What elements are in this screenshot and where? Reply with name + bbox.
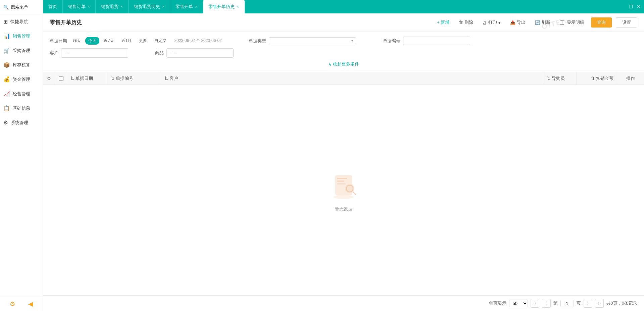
- tab-retail-history-close[interactable]: ×: [237, 4, 239, 9]
- display-detail-checkbox[interactable]: [560, 20, 564, 25]
- finance-icon: 💰: [3, 76, 10, 83]
- tab-bar: 首页 销售订单 × 销货退货 × 销货退货历史 × 零售开单 × 零售开单历史 …: [43, 0, 644, 13]
- sidebar-item-basic-info[interactable]: 📋 基础信息: [0, 101, 43, 115]
- quick-nav-icon: ⊞: [3, 18, 8, 25]
- svg-rect-3: [337, 180, 344, 182]
- filter-date: 单据日期 昨天 今天 近7天 近1月 更多 自定义 2023-06-02 至 2…: [50, 37, 222, 45]
- tab-sales-return-history-close[interactable]: ×: [162, 4, 164, 9]
- delete-button[interactable]: 🗑 删除: [456, 18, 476, 27]
- page-first-button[interactable]: ⟨⟨: [531, 299, 539, 308]
- sidebar-item-sys-mgmt[interactable]: ⚙ 系统管理: [0, 115, 43, 130]
- collapse-more-conditions[interactable]: ∧ 收起更多条件: [328, 61, 359, 67]
- date-btn-7days[interactable]: 近7天: [101, 37, 117, 45]
- inventory-icon: 📦: [3, 62, 10, 68]
- customer-select[interactable]: ···: [61, 48, 128, 58]
- settings-bottom-icon[interactable]: ⚙: [10, 300, 15, 308]
- add-button[interactable]: + 新增: [434, 18, 452, 27]
- customer-select-dots: ···: [65, 50, 70, 56]
- th-checkbox[interactable]: [55, 72, 67, 85]
- date-btn-more[interactable]: 更多: [136, 37, 150, 45]
- th-customer[interactable]: ⇅ 客户: [161, 72, 543, 85]
- page-title: 零售开单历史: [50, 19, 82, 26]
- tab-sales-return-history[interactable]: 销货退货历史 ×: [129, 0, 170, 13]
- tab-retail-open[interactable]: 零售开单 ×: [170, 0, 203, 13]
- sidebar-item-inventory[interactable]: 📦 库存核算: [0, 58, 43, 72]
- tab-home[interactable]: 首页: [43, 0, 63, 13]
- page-size-select[interactable]: 50 10 20 100: [509, 300, 528, 307]
- export-icon: 📤: [510, 20, 515, 25]
- sidebar-item-finance[interactable]: 💰 资金管理: [0, 72, 43, 87]
- tab-sales-order[interactable]: 销售订单 ×: [63, 0, 96, 13]
- th-customer-label: 客户: [169, 75, 178, 82]
- display-detail-toggle[interactable]: 显示明细: [557, 18, 587, 27]
- th-action: 操作: [617, 72, 644, 85]
- window-close-icon[interactable]: ✕: [637, 4, 641, 9]
- refresh-icon: 🔄: [535, 20, 540, 25]
- collapse-sidebar-icon[interactable]: ◀: [28, 300, 33, 308]
- sidebar-item-label: 基础信息: [13, 105, 30, 111]
- empty-state: 暂无数据: [43, 85, 644, 295]
- th-billno-sort-icon: ⇅: [111, 76, 114, 81]
- date-btn-yesterday[interactable]: 昨天: [70, 37, 84, 45]
- th-settings[interactable]: ⚙: [43, 72, 55, 85]
- product-select-dots: ···: [171, 50, 175, 56]
- tab-sales-return[interactable]: 销货退货 ×: [96, 0, 129, 13]
- th-customer-sort-icon: ⇅: [164, 76, 168, 81]
- bill-type-select[interactable]: ▾: [269, 37, 356, 44]
- page-prev-button[interactable]: ⟨: [542, 299, 551, 308]
- tab-home-label: 首页: [48, 4, 57, 10]
- sidebar-item-quick-nav[interactable]: ⊞ 快捷导航: [0, 14, 43, 29]
- sidebar-search[interactable]: 🔍 搜索采单: [0, 0, 43, 14]
- basic-info-icon: 📋: [3, 105, 10, 111]
- th-guide[interactable]: ⇅ 导购员: [543, 72, 577, 85]
- table-header: ⚙ ⇅ 单据日期 ⇅ 单据编号 ⇅ 客户 ⇅ 导购员 ⇅: [43, 72, 644, 85]
- page-last-button[interactable]: ⟩⟩: [595, 299, 604, 308]
- filter-customer: 客户 ···: [50, 48, 128, 58]
- product-select[interactable]: ···: [166, 48, 234, 58]
- refresh-label: 刷新: [542, 19, 550, 25]
- sidebar-item-ops-mgmt[interactable]: 📈 经营管理: [0, 87, 43, 101]
- th-amount[interactable]: ⇅ 实销金额: [577, 72, 617, 85]
- sidebar-item-purchase-mgmt[interactable]: 🛒 采购管理: [0, 43, 43, 58]
- bill-no-input[interactable]: [403, 37, 470, 45]
- query-button[interactable]: 查询: [591, 17, 612, 28]
- page-number-input[interactable]: [560, 300, 574, 307]
- svg-point-0: [334, 195, 354, 199]
- sidebar-item-sales-mgmt[interactable]: 📊 销售管理: [0, 29, 43, 43]
- sidebar-bottom: ⚙ ◀: [0, 297, 43, 311]
- page-label: 第: [553, 300, 558, 306]
- refresh-button[interactable]: 🔄 刷新: [532, 18, 553, 27]
- collapse-label: 收起更多条件: [333, 61, 359, 67]
- print-button[interactable]: 🖨 打印 ▾: [480, 18, 503, 27]
- print-icon: 🖨: [483, 20, 487, 25]
- sidebar-item-label: 快捷导航: [10, 19, 28, 25]
- sidebar-item-label: 经营管理: [13, 91, 30, 97]
- window-restore-icon[interactable]: ❐: [629, 4, 633, 9]
- th-billno[interactable]: ⇅ 单据编号: [107, 72, 161, 85]
- export-label: 导出: [517, 19, 526, 25]
- date-btn-1month[interactable]: 近1月: [118, 37, 135, 45]
- date-btn-today[interactable]: 今天: [85, 37, 99, 45]
- date-range-display: 2023-06-02 至 2023-06-02: [174, 38, 221, 44]
- filter-row-2: 客户 ··· 商品 ···: [50, 48, 637, 58]
- empty-state-text: 暂无数据: [335, 206, 352, 212]
- tab-retail-open-close[interactable]: ×: [195, 4, 197, 9]
- th-guide-sort-icon: ⇅: [547, 76, 550, 81]
- sidebar-item-label: 资金管理: [13, 76, 30, 83]
- tab-sales-return-label: 销货退货: [101, 4, 118, 10]
- th-guide-label: 导购员: [552, 75, 565, 82]
- filter-row-1: 单据日期 昨天 今天 近7天 近1月 更多 自定义 2023-06-02 至 2…: [50, 37, 637, 45]
- select-all-checkbox[interactable]: [59, 76, 63, 81]
- date-btn-custom[interactable]: 自定义: [151, 37, 169, 45]
- tab-sales-return-close[interactable]: ×: [120, 4, 123, 9]
- filter-area: 单据日期 昨天 今天 近7天 近1月 更多 自定义 2023-06-02 至 2…: [43, 32, 644, 72]
- export-button[interactable]: 📤 导出: [507, 18, 528, 27]
- th-action-label: 操作: [626, 75, 635, 82]
- filter-customer-label: 客户: [50, 50, 58, 56]
- tab-retail-history[interactable]: 零售开单历史 ×: [203, 0, 245, 13]
- th-date[interactable]: ⇅ 单据日期: [67, 72, 107, 85]
- tab-sales-order-close[interactable]: ×: [88, 4, 90, 9]
- page-next-button[interactable]: ⟩: [584, 299, 592, 308]
- settings-button[interactable]: 设置: [616, 17, 637, 28]
- th-amount-label: 实销金额: [596, 75, 613, 82]
